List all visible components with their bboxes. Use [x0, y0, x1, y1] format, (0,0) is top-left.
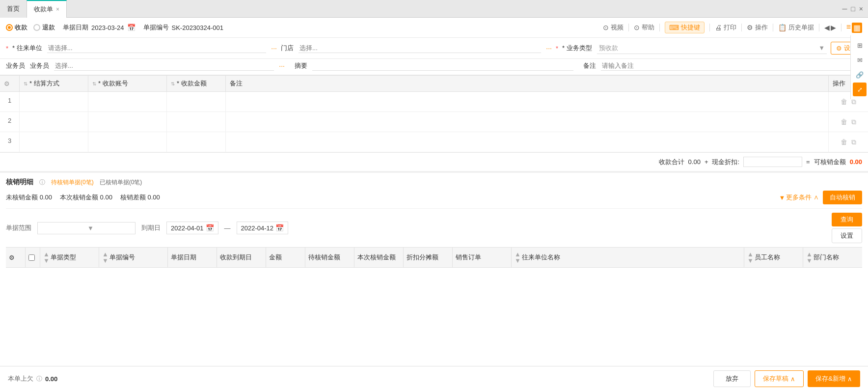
close-icon[interactable]: × — [859, 5, 863, 13]
minimize-icon[interactable]: ─ — [842, 5, 847, 13]
filter-row: 单据范围 ▼ 到期日 2022-04-01 📅 — 2022-04-12 📅 查… — [6, 208, 862, 247]
hx-tab-pending[interactable]: 待核销单据(0笔) — [51, 178, 94, 187]
sidebar-table-icon[interactable]: ⊞ — [853, 38, 867, 52]
shortcut-btn[interactable]: ⌨ 快捷键 — [665, 22, 705, 33]
operation-btn[interactable]: ⚙ 操作 — [747, 23, 768, 32]
store-more-icon[interactable]: ··· — [546, 44, 552, 52]
row-3-delete-icon[interactable]: 🗑 — [841, 138, 847, 146]
query-button[interactable]: 查询 — [832, 213, 862, 226]
hx-stat-pending-label: 未核销金额 — [6, 194, 40, 201]
hx-tab-done[interactable]: 已核销单据(0笔) — [100, 178, 142, 187]
salesperson-more-icon[interactable]: ··· — [279, 62, 285, 70]
tab-home[interactable]: 首页 — [0, 0, 27, 18]
maximize-icon[interactable]: □ — [851, 5, 855, 13]
filter-settings-button[interactable]: 设置 — [832, 228, 862, 243]
date-calendar-icon[interactable]: 📅 — [127, 24, 136, 31]
divider-7 — [841, 24, 841, 31]
row-1-remark[interactable] — [226, 92, 829, 112]
table-row: 1 🗑 ⧉ — [0, 92, 868, 112]
row-2-payment-method[interactable] — [20, 112, 88, 132]
save-new-button[interactable]: 保存&新增 ∧ — [808, 370, 860, 387]
view-list-icon[interactable]: ≡ — [846, 23, 851, 33]
row-2-remark[interactable] — [226, 112, 829, 132]
row-3-copy-icon[interactable]: ⧉ — [851, 138, 856, 146]
row-1-payment-method[interactable] — [20, 92, 88, 112]
row-3-payment-method[interactable] — [20, 132, 88, 152]
footer-left: 本单上欠 ⓘ 0.00 — [8, 374, 57, 383]
row-3-amount[interactable] — [167, 132, 226, 152]
nav-prev[interactable]: ◀ — [824, 24, 830, 31]
help-btn[interactable]: ⊙ 帮助 — [634, 23, 654, 32]
counterparty-required: * — [6, 45, 8, 52]
range-select[interactable]: ▼ — [37, 222, 136, 234]
row-1-account[interactable] — [88, 92, 167, 112]
counterparty-more-icon[interactable]: ··· — [271, 44, 277, 52]
history-btn[interactable]: 📋 历史单据 — [778, 23, 814, 32]
print-btn[interactable]: 🖨 打印 — [715, 23, 736, 32]
date-start-icon: 📅 — [206, 224, 214, 232]
bth-doc-num: ▲▼ 单据编号 — [99, 248, 168, 267]
row-2-account[interactable] — [88, 112, 167, 132]
plus-label: + — [705, 158, 708, 166]
sidebar-link-icon[interactable]: 🔗 — [853, 68, 867, 82]
bth-amount-label: 金额 — [269, 253, 282, 262]
video-btn[interactable]: ⊙ 视频 — [603, 23, 624, 32]
row-2-amount[interactable] — [167, 112, 226, 132]
print-label: 打印 — [724, 23, 736, 32]
more-conditions-label: 更多条件 ∧ — [786, 193, 819, 202]
tab-receipt[interactable]: 收款单 × — [27, 0, 67, 18]
sidebar-email-icon[interactable]: ✉ — [853, 53, 867, 67]
salesperson-input[interactable] — [54, 61, 274, 71]
save-draft-button[interactable]: 保存草稿 ∧ — [755, 370, 804, 387]
doc-type-sort: ▲▼ — [43, 251, 50, 264]
business-type-value: 预收款 — [599, 44, 618, 53]
tab-bar: 首页 收款单 × ─ □ × — [0, 0, 868, 18]
discount-input[interactable] — [743, 157, 802, 167]
hx-title: 核销明细 — [6, 178, 33, 187]
table-config-icon[interactable]: ⚙ — [4, 80, 10, 87]
bth-sales-order-label: 销售订单 — [456, 253, 481, 262]
row-3-account[interactable] — [88, 132, 167, 152]
summary-input[interactable] — [312, 61, 573, 71]
radio-receipt-label: 收款 — [15, 23, 27, 32]
email-icon: ✉ — [857, 56, 863, 64]
nav-next[interactable]: ▶ — [831, 24, 836, 31]
counterparty-label: * 往来单位 — [12, 44, 42, 53]
divider-1 — [628, 24, 629, 31]
remark-label: 备注 — [583, 61, 596, 70]
date-dash: — — [224, 224, 231, 232]
bth-doc-type: ▲▼ 单据类型 — [40, 248, 99, 267]
date-start-input[interactable]: 2022-04-01 📅 — [166, 222, 218, 234]
radio-receipt[interactable]: 收款 — [6, 23, 27, 32]
row-1-amount[interactable] — [167, 92, 226, 112]
store-input[interactable] — [298, 43, 541, 53]
row-2-actions: 🗑 ⧉ — [829, 112, 868, 132]
th-amount: ⇅ * 收款金额 — [167, 76, 226, 91]
counterparty-input[interactable] — [47, 43, 267, 53]
radio-refund[interactable]: 退款 — [33, 23, 55, 32]
view-grid-icon[interactable]: ▦ — [852, 23, 862, 33]
bottom-config-icon[interactable]: ⚙ — [9, 254, 15, 261]
select-all-checkbox[interactable] — [28, 254, 35, 261]
docnum-label: 单据编号 — [143, 23, 169, 32]
row-1-delete-icon[interactable]: 🗑 — [841, 98, 847, 106]
hx-stat-diff-label: 核销差额 — [120, 194, 148, 201]
business-type-select[interactable]: 预收款 ▼ — [597, 43, 827, 54]
radio-refund-dot — [33, 24, 40, 31]
remark-input[interactable] — [601, 61, 862, 71]
th-account: ⇅ * 收款账号 — [88, 76, 167, 91]
row-2-delete-icon[interactable]: 🗑 — [841, 118, 847, 126]
more-conditions-btn[interactable]: ▼ 更多条件 ∧ — [779, 193, 819, 202]
sidebar-expand-icon[interactable]: ⤢ — [853, 83, 867, 96]
auto-hx-button[interactable]: 自动核销 — [823, 191, 862, 204]
save-new-label: 保存&新增 — [815, 374, 845, 383]
bth-checkbox[interactable] — [26, 248, 40, 267]
discard-button[interactable]: 放弃 — [713, 370, 751, 387]
row-2-copy-icon[interactable]: ⧉ — [851, 118, 856, 126]
row-3-remark[interactable] — [226, 132, 829, 152]
radio-receipt-dot — [6, 24, 13, 31]
bth-doc-date: 单据日期 — [168, 248, 217, 267]
tab-receipt-close[interactable]: × — [56, 0, 59, 18]
date-end-input[interactable]: 2022-04-12 📅 — [237, 222, 289, 234]
th-config: ⚙ — [0, 76, 20, 91]
